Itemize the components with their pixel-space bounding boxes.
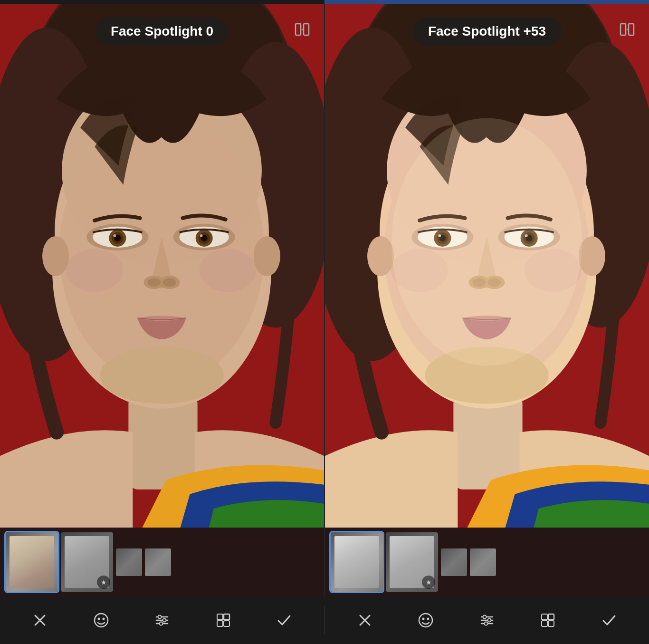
left-panel: Face Spotlight 0 ★	[0, 4, 325, 596]
svg-point-65	[367, 236, 394, 276]
svg-point-74	[97, 618, 100, 620]
left-thumb-2[interactable]: ★	[61, 532, 113, 592]
right-cancel-button[interactable]	[352, 607, 378, 634]
left-adjustments-button[interactable]	[149, 607, 175, 634]
left-filmstrip: ★	[0, 528, 324, 596]
left-filters-button[interactable]	[210, 607, 237, 634]
svg-point-67	[391, 118, 582, 365]
panels-container: Face Spotlight 0 ★	[0, 4, 649, 596]
svg-point-79	[158, 615, 162, 619]
right-mini-1[interactable]	[441, 548, 467, 576]
svg-point-95	[487, 619, 491, 622]
right-label-pill: Face Spotlight +53	[413, 17, 561, 46]
right-bg	[325, 4, 649, 528]
svg-point-29	[100, 346, 223, 404]
svg-point-89	[422, 618, 425, 620]
svg-point-94	[483, 615, 486, 619]
top-bar-right	[324, 0, 649, 4]
svg-point-31	[254, 236, 280, 276]
left-face-button[interactable]	[88, 607, 115, 634]
svg-point-80	[163, 619, 166, 622]
svg-point-20	[113, 234, 116, 237]
svg-point-30	[42, 236, 69, 276]
right-thumb-2[interactable]: ★	[386, 532, 438, 592]
right-label-text: Face Spotlight +53	[428, 24, 546, 38]
svg-rect-97	[542, 614, 547, 620]
svg-rect-99	[542, 621, 547, 626]
svg-rect-32	[296, 24, 301, 35]
svg-rect-68	[620, 24, 626, 35]
svg-point-24	[200, 234, 203, 237]
svg-point-75	[102, 618, 105, 620]
svg-point-88	[419, 614, 432, 627]
top-bar-left	[0, 0, 324, 4]
right-filmstrip: ★	[325, 528, 649, 596]
svg-rect-83	[224, 614, 229, 620]
svg-rect-69	[629, 24, 634, 35]
left-label-text: Face Spotlight 0	[111, 24, 213, 38]
right-compare-icon[interactable]	[619, 21, 636, 42]
right-mini-2[interactable]	[470, 548, 496, 576]
right-filters-button[interactable]	[534, 607, 561, 634]
svg-rect-100	[548, 621, 554, 626]
top-bar	[0, 0, 649, 4]
left-mini-2[interactable]	[145, 548, 171, 576]
left-star-badge: ★	[97, 576, 110, 589]
svg-rect-82	[217, 614, 223, 620]
right-panel: Face Spotlight +53 ★	[325, 4, 649, 596]
svg-point-96	[484, 622, 487, 625]
right-face-svg	[325, 4, 649, 528]
svg-rect-84	[217, 621, 223, 626]
right-star-badge: ★	[422, 576, 435, 589]
right-toolbar	[325, 596, 649, 644]
svg-rect-98	[548, 614, 554, 620]
svg-point-66	[579, 236, 605, 276]
svg-point-11	[66, 249, 123, 292]
left-toolbar	[0, 596, 324, 644]
toolbar	[0, 596, 649, 644]
svg-point-73	[95, 614, 108, 627]
right-confirm-button[interactable]	[596, 607, 622, 634]
left-compare-icon[interactable]	[294, 21, 311, 42]
svg-point-90	[427, 618, 429, 620]
svg-rect-33	[304, 24, 309, 35]
svg-rect-85	[224, 621, 229, 626]
left-portrait-container	[0, 4, 324, 528]
left-thumb-selected[interactable]	[6, 532, 58, 592]
svg-point-12	[200, 249, 257, 292]
left-label-pill: Face Spotlight 0	[95, 17, 229, 46]
right-thumb-selected[interactable]	[331, 532, 383, 592]
svg-point-28	[163, 278, 176, 287]
right-adjustments-button[interactable]	[474, 607, 500, 634]
svg-point-27	[147, 278, 161, 287]
right-face-button[interactable]	[412, 607, 439, 634]
svg-point-81	[160, 622, 163, 625]
left-cancel-button[interactable]	[27, 607, 53, 634]
left-confirm-button[interactable]	[271, 607, 297, 634]
left-mini-1[interactable]	[116, 548, 142, 576]
left-face-svg	[0, 4, 324, 528]
left-bg	[0, 4, 324, 528]
right-portrait-container	[325, 4, 649, 528]
